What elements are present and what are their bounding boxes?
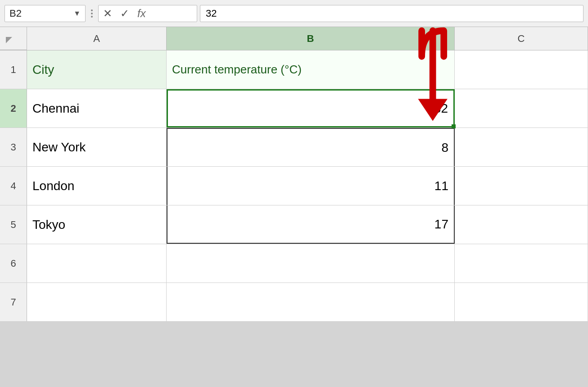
cell-a3[interactable]: New York	[27, 128, 167, 166]
table-row: 4 London 11	[0, 167, 588, 205]
data-rows: 1 City Current temperature (°C) 2 Chenna…	[0, 50, 588, 322]
row-number-2: 2	[0, 89, 27, 127]
cell-a1[interactable]: City	[27, 50, 167, 89]
row-number-4: 4	[0, 167, 27, 205]
row-number-5: 5	[0, 205, 27, 244]
cell-b4[interactable]: 11	[167, 167, 455, 205]
cell-a6[interactable]	[27, 244, 167, 282]
row-number-6: 6	[0, 244, 27, 282]
corner-triangle-icon	[6, 37, 12, 43]
cell-b7[interactable]	[167, 283, 455, 321]
cancel-formula-button[interactable]: ✕	[103, 7, 112, 20]
column-header-a[interactable]: A	[27, 27, 167, 50]
formula-input-value: 32	[206, 8, 217, 19]
cell-c1[interactable]	[455, 50, 588, 89]
name-box[interactable]: B2 ▼	[5, 5, 86, 22]
cell-b2[interactable]: 32	[167, 89, 455, 127]
formula-bar-divider	[88, 8, 95, 19]
spreadsheet: A B C 1 City Current temperature (°C)	[0, 27, 588, 322]
cell-b5[interactable]: 17	[167, 205, 455, 244]
cell-c5[interactable]	[455, 205, 588, 244]
cell-b3[interactable]: 8	[167, 128, 455, 166]
formula-bar: B2 ▼ ✕ ✓ fx 32	[0, 0, 588, 27]
table-row: 1 City Current temperature (°C)	[0, 50, 588, 89]
cell-a2[interactable]: Chennai	[27, 89, 167, 127]
name-box-value: B2	[9, 8, 22, 19]
column-headers: A B C	[0, 27, 588, 50]
table-row: 2 Chennai 32	[0, 89, 588, 128]
cell-b1[interactable]: Current temperature (°C)	[167, 50, 455, 89]
cell-b6[interactable]	[167, 244, 455, 282]
cell-c2[interactable]	[455, 89, 588, 127]
formula-icons-group: ✕ ✓ fx	[98, 5, 197, 22]
column-header-b[interactable]: B	[167, 27, 455, 50]
table-row: 6	[0, 244, 588, 283]
row-number-7: 7	[0, 283, 27, 321]
name-box-dropdown-icon[interactable]: ▼	[73, 9, 81, 18]
confirm-formula-button[interactable]: ✓	[120, 7, 129, 20]
row-number-3: 3	[0, 128, 27, 166]
cell-c4[interactable]	[455, 167, 588, 205]
cell-c6[interactable]	[455, 244, 588, 282]
cell-a7[interactable]	[27, 283, 167, 321]
fill-handle[interactable]	[452, 124, 456, 128]
cell-a5[interactable]: Tokyo	[27, 205, 167, 244]
cell-c3[interactable]	[455, 128, 588, 166]
table-row: 7	[0, 283, 588, 322]
table-row: 3 New York 8	[0, 128, 588, 167]
column-header-c[interactable]: C	[455, 27, 588, 50]
fx-icon: fx	[137, 7, 146, 20]
table-row: 5 Tokyo 17	[0, 205, 588, 244]
cell-c7[interactable]	[455, 283, 588, 321]
select-all-corner[interactable]	[0, 27, 27, 50]
row-number-1: 1	[0, 50, 27, 89]
cell-a4[interactable]: London	[27, 167, 167, 205]
formula-input[interactable]: 32	[200, 5, 583, 22]
